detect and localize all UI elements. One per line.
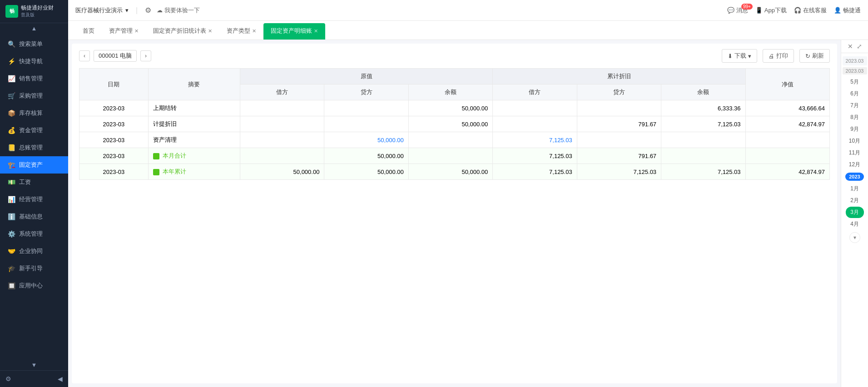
timeline-month-1[interactable]: 1月: [846, 183, 864, 194]
sidebar-item-purchase[interactable]: 🛒 采购管理: [0, 87, 68, 104]
tab-asset-mgmt-label: 资产管理: [109, 27, 133, 35]
timeline-month-2[interactable]: 2月: [846, 195, 864, 206]
sidebar-item-capital[interactable]: 💰 资金管理: [0, 122, 68, 139]
cell-orig-balance: 50,000.00: [408, 116, 492, 132]
tab-asset-mgmt-close[interactable]: ✕: [134, 28, 139, 34]
panel-expand-icon[interactable]: ⤢: [857, 43, 862, 50]
sidebar-nav: 🔍 搜索菜单 ⚡ 快捷导航 📈 销售管理 🛒 采购管理 📦 库存核算 💰 资金管…: [0, 34, 68, 360]
topbar-settings-icon[interactable]: ⚙: [145, 6, 151, 15]
sidebar-item-ledger[interactable]: 📒 总账管理: [0, 139, 68, 156]
basic-info-icon: ℹ️: [7, 213, 15, 221]
sidebar-item-label: 库存核算: [19, 109, 43, 117]
timeline-month-5[interactable]: 5月: [846, 76, 864, 88]
tab-asset-mgmt[interactable]: 资产管理 ✕: [102, 23, 146, 40]
service-icon: 🎧: [794, 7, 801, 14]
cell-orig-credit: 50,000.00: [324, 132, 408, 148]
toolbar-left: ‹ 000001 电脑 ›: [79, 50, 151, 62]
sidebar-item-sales[interactable]: 📈 销售管理: [0, 70, 68, 87]
tab-asset-detail-close[interactable]: ✕: [314, 28, 318, 34]
cell-acc-debit: [493, 116, 577, 132]
experience-button[interactable]: ☁ 我要体验一下: [157, 6, 200, 15]
cell-date: 2023-03: [79, 164, 149, 180]
download-button[interactable]: ⬇ 下载 ▾: [722, 49, 757, 63]
cell-date: 2023-03: [79, 148, 149, 164]
ledger-icon: 📒: [7, 144, 15, 152]
cloud-icon: ☁: [157, 7, 163, 14]
sidebar-item-label: 应用中心: [19, 282, 43, 290]
sidebar-item-label: 工资: [19, 178, 31, 186]
app-download-button[interactable]: 📱 App下载: [755, 6, 787, 15]
tab-depreciation-close[interactable]: ✕: [208, 28, 212, 34]
tab-home-label: 首页: [83, 27, 94, 35]
settings-footer-icon[interactable]: ⚙: [5, 375, 11, 382]
cell-summary: 本月合计: [148, 148, 240, 164]
sidebar-item-collab[interactable]: 🤝 企业协同: [0, 243, 68, 260]
sidebar-item-quicknav[interactable]: ⚡ 快捷导航: [0, 53, 68, 70]
sidebar-item-operations[interactable]: 📊 经营管理: [0, 191, 68, 208]
apps-icon: 🔲: [7, 282, 15, 290]
tab-asset-type-close[interactable]: ✕: [252, 28, 256, 34]
timeline-month-12[interactable]: 12月: [846, 159, 864, 170]
download-dropdown-icon: ▾: [748, 53, 751, 60]
next-asset-button[interactable]: ›: [140, 50, 151, 61]
sidebar-item-search[interactable]: 🔍 搜索菜单: [0, 35, 68, 53]
refresh-button[interactable]: ↻ 刷新: [799, 49, 830, 63]
timeline-year-marker[interactable]: 2023: [845, 173, 863, 181]
download-icon: ⬇: [728, 53, 733, 60]
cell-orig-balance: [408, 148, 492, 164]
timeline-month-4[interactable]: 4月: [846, 218, 864, 230]
timeline-month-7[interactable]: 7月: [846, 100, 864, 111]
timeline-month-8[interactable]: 8月: [846, 112, 864, 123]
timeline-year-label: 2023.03: [843, 56, 867, 65]
payroll-icon: 💵: [7, 178, 15, 186]
timeline-month-9[interactable]: 9月: [846, 124, 864, 135]
tab-asset-type[interactable]: 资产类型 ✕: [219, 23, 263, 40]
table-row-subtotal: 2023-03 本月合计 50,000.00 7,125.03 791.67: [79, 148, 830, 164]
th-accumulated-depreciation: 累计折旧: [493, 69, 745, 84]
cell-orig-credit: 50,000.00: [324, 148, 408, 164]
customer-service-button[interactable]: 🎧 在线客服: [794, 6, 827, 15]
timeline-month-10[interactable]: 10月: [846, 135, 864, 147]
app-logo: 畅: [5, 5, 18, 18]
cell-net-value: 42,874.97: [745, 116, 829, 132]
user-menu[interactable]: 👤 畅捷通: [834, 6, 861, 15]
sidebar-item-basic[interactable]: ℹ️ 基础信息: [0, 208, 68, 225]
timeline-month-11[interactable]: 11月: [846, 147, 864, 159]
sidebar-item-inventory[interactable]: 📦 库存核算: [0, 104, 68, 122]
tab-depreciation[interactable]: 固定资产折旧统计表 ✕: [146, 23, 219, 40]
topbar-separator: |: [136, 6, 138, 15]
sidebar-item-payroll[interactable]: 💵 工资: [0, 174, 68, 191]
message-button[interactable]: 💬 消息 99+: [727, 6, 748, 15]
cell-acc-credit: 791.67: [577, 148, 661, 164]
sidebar-item-apps[interactable]: 🔲 应用中心: [0, 277, 68, 294]
sidebar-item-guide[interactable]: 🎓 新手引导: [0, 260, 68, 277]
sidebar-scroll-down[interactable]: ▼: [0, 360, 68, 370]
print-button[interactable]: 🖨 打印: [763, 49, 794, 63]
fixed-asset-detail-table: 日期 摘要 原值 累计折旧 净值 借方 贷方 余额 借方 贷方 余额: [79, 68, 830, 180]
company-selector[interactable]: 医疗器械行业演示 ▾: [75, 6, 129, 15]
topbar-right: 💬 消息 99+ 📱 App下载 🎧 在线客服 👤 畅捷通: [727, 6, 861, 15]
sidebar-item-system[interactable]: ⚙️ 系统管理: [0, 225, 68, 243]
collapse-icon[interactable]: ◀: [58, 375, 63, 382]
cell-net-value: [745, 132, 829, 148]
cell-summary: 资产清理: [148, 132, 240, 148]
timeline-content: 2023.03 2023.03 5月 6月 7月 8月 9月 10月 11月 1…: [841, 53, 868, 247]
tab-asset-detail[interactable]: 固定资产明细账 ✕: [263, 23, 325, 40]
page-area: ‹ 000001 电脑 › ⬇ 下载 ▾ 🖨 打印: [68, 40, 868, 387]
timeline-month-6[interactable]: 6月: [846, 88, 864, 99]
prev-asset-button[interactable]: ‹: [79, 50, 90, 61]
sidebar-item-label: 系统管理: [19, 230, 43, 238]
tab-home[interactable]: 首页: [75, 23, 102, 40]
toolbar-row: ‹ 000001 电脑 › ⬇ 下载 ▾ 🖨 打印: [79, 49, 830, 63]
timeline-scroll-down[interactable]: ▾: [849, 232, 860, 243]
sidebar-item-fixed[interactable]: 🏗️ 固定资产: [0, 156, 68, 174]
cell-summary: 计提折旧: [148, 116, 240, 132]
toolbar-right: ⬇ 下载 ▾ 🖨 打印 ↻ 刷新: [722, 49, 830, 63]
sidebar-item-label: 新手引导: [19, 264, 43, 273]
panel-close-icon[interactable]: ✕: [848, 43, 853, 50]
sidebar-scroll-up[interactable]: ▲: [0, 23, 68, 34]
timeline-month-3[interactable]: 3月: [846, 207, 864, 218]
operations-icon: 📊: [7, 195, 15, 203]
table-section: ‹ 000001 电脑 › ⬇ 下载 ▾ 🖨 打印: [72, 44, 837, 383]
th-orig-debit: 借方: [240, 84, 324, 100]
